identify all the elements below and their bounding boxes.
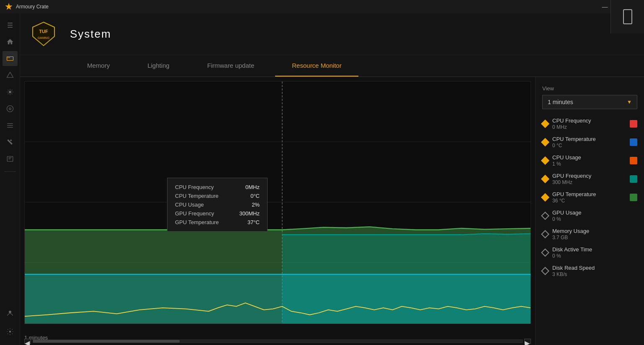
sidebar-item-profile[interactable]: [3, 306, 18, 321]
scroll-left-btn[interactable]: ◀: [24, 339, 31, 344]
gpu-temp-name: GPU Temperature: [552, 191, 630, 197]
metrics-list: CPU Frequency 0 MHz CPU Temperature 0 °C: [542, 118, 637, 277]
cpu-freq-info: CPU Frequency 0 MHz: [552, 118, 630, 130]
sidebar-item-cleaning[interactable]: [3, 135, 18, 150]
cpu-freq-name: CPU Frequency: [552, 118, 630, 124]
gpu-temp-value: 36 °C: [552, 198, 630, 204]
chart-area: CPU Frequency 0MHz CPU Temperature 0°C C…: [20, 77, 535, 345]
app-icon: [5, 3, 13, 10]
tooltip-label-cpu-usage: CPU Usage: [175, 202, 204, 208]
nav-tabs: Memory Lighting Firmware update Resource…: [20, 55, 644, 77]
svg-point-14: [9, 331, 11, 333]
metric-disk-read-speed: Disk Read Speed 3 KB/s: [542, 265, 637, 277]
svg-rect-1: [8, 57, 8, 58]
disk-read-value: 3 KB/s: [552, 271, 637, 277]
sidebar-item-home[interactable]: [3, 34, 18, 49]
metric-cpu-usage: CPU Usage 1 %: [542, 154, 637, 167]
view-dropdown[interactable]: 1 minutes ▼: [542, 95, 637, 109]
disk-read-diamond: [541, 267, 549, 275]
sidebar: ☰: [0, 13, 20, 345]
memory-usage-value: 3.7 GB: [552, 235, 637, 240]
sidebar-item-keystone[interactable]: [3, 151, 18, 166]
page-title: System: [70, 28, 111, 41]
sidebar-bottom: [3, 306, 18, 341]
app-layout: ☰: [0, 13, 644, 345]
right-panel: View 1 minutes ▼ CPU Frequency 0 MHz: [535, 77, 644, 345]
corner-widget: [611, 13, 644, 33]
gpu-usage-value: 0 %: [552, 216, 637, 222]
view-label: View: [542, 85, 637, 92]
header: TUF GAMING System: [20, 13, 644, 55]
tooltip-value-gpu-temp: 37°C: [247, 219, 260, 225]
svg-point-4: [9, 91, 11, 93]
gpu-usage-info: GPU Usage 0 %: [552, 210, 637, 222]
tooltip-label-gpu-temp: GPU Temperature: [175, 219, 219, 225]
sidebar-divider: [4, 171, 16, 172]
logo-area: TUF GAMING: [30, 20, 57, 48]
view-dropdown-value: 1 minutes: [548, 99, 573, 105]
scrollbar-track[interactable]: [33, 340, 523, 343]
tooltip-row-cpu-temp: CPU Temperature 0°C: [175, 193, 260, 199]
svg-rect-2: [8, 57, 9, 58]
cpu-temp-value: 0 °C: [552, 143, 630, 148]
chart-container: CPU Frequency 0MHz CPU Temperature 0°C C…: [24, 81, 531, 324]
tab-memory[interactable]: Memory: [70, 55, 126, 77]
cpu-freq-color[interactable]: [630, 120, 637, 128]
tooltip-value-cpu-freq: 0MHz: [245, 184, 260, 190]
metric-disk-active-time: Disk Active Time 0 %: [542, 246, 637, 259]
app-title: Armoury Crate: [16, 4, 600, 10]
disk-read-name: Disk Read Speed: [552, 265, 637, 271]
cpu-usage-color[interactable]: [630, 157, 637, 164]
sidebar-item-settings[interactable]: [3, 324, 18, 339]
gpu-freq-name: GPU Frequency: [552, 173, 630, 179]
tooltip-value-gpu-freq: 300MHz: [240, 210, 260, 217]
tooltip-value-cpu-usage: 2%: [252, 202, 260, 208]
gpu-temp-info: GPU Temperature 36 °C: [552, 191, 630, 204]
svg-rect-3: [9, 57, 10, 58]
metric-gpu-usage: GPU Usage 0 %: [542, 210, 637, 222]
tab-firmware[interactable]: Firmware update: [191, 55, 271, 77]
svg-point-5: [7, 106, 13, 112]
cpu-usage-diamond: [541, 156, 549, 165]
tooltip-row-cpu-freq: CPU Frequency 0MHz: [175, 184, 260, 190]
svg-marker-16: [34, 24, 53, 44]
disk-active-value: 0 %: [552, 253, 637, 259]
disk-active-info: Disk Active Time 0 %: [552, 246, 637, 259]
tooltip-row-cpu-usage: CPU Usage 2%: [175, 202, 260, 208]
tab-lighting[interactable]: Lighting: [131, 55, 186, 77]
scrollbar-area: ◀ ▶: [24, 337, 531, 345]
disk-read-info: Disk Read Speed 3 KB/s: [552, 265, 637, 277]
memory-usage-name: Memory Usage: [552, 228, 637, 234]
scrollbar-thumb[interactable]: [33, 340, 180, 342]
gpu-freq-diamond: [541, 175, 549, 183]
sidebar-item-gamevisual[interactable]: [3, 101, 18, 116]
cpu-freq-diamond: [541, 120, 549, 128]
cpu-usage-value: 1 %: [552, 161, 630, 167]
sidebar-item-device[interactable]: [3, 51, 18, 66]
tab-resource-monitor[interactable]: Resource Monitor: [275, 55, 358, 77]
memory-usage-info: Memory Usage 3.7 GB: [552, 228, 637, 240]
minimize-button[interactable]: —: [600, 3, 611, 11]
svg-rect-0: [7, 57, 13, 61]
metric-gpu-frequency: GPU Frequency 300 MHz: [542, 173, 637, 185]
gpu-temp-color[interactable]: [630, 194, 637, 201]
sidebar-item-scenario[interactable]: [3, 68, 18, 83]
cpu-temp-diamond: [541, 138, 549, 146]
disk-active-diamond: [541, 248, 549, 257]
gpu-usage-diamond: [541, 212, 549, 220]
resource-monitor-content: CPU Frequency 0MHz CPU Temperature 0°C C…: [20, 77, 644, 345]
metric-memory-usage: Memory Usage 3.7 GB: [542, 228, 637, 240]
cpu-temp-info: CPU Temperature 0 °C: [552, 136, 630, 148]
sidebar-item-tools[interactable]: [3, 118, 18, 133]
svg-text:GAMING: GAMING: [38, 36, 49, 39]
gpu-freq-color[interactable]: [630, 175, 637, 183]
sidebar-item-menu[interactable]: ☰: [3, 18, 18, 33]
tooltip-row-gpu-freq: GPU Frequency 300MHz: [175, 210, 260, 217]
sidebar-item-aura[interactable]: [3, 84, 18, 100]
tooltip-row-gpu-temp: GPU Temperature 37°C: [175, 219, 260, 225]
phone-icon: [623, 13, 632, 24]
svg-point-13: [9, 311, 11, 313]
cpu-temp-color[interactable]: [630, 138, 637, 146]
titlebar: Armoury Crate — □ ✕: [0, 0, 644, 13]
scroll-right-btn[interactable]: ▶: [524, 339, 531, 344]
